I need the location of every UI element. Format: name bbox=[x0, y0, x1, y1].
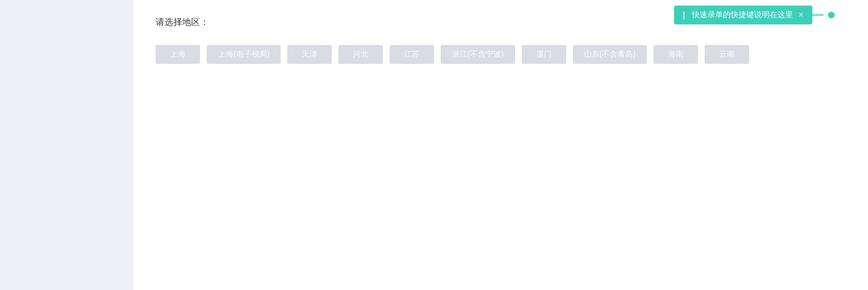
region-button-hebei[interactable]: 河北 bbox=[338, 45, 383, 64]
region-buttons: 上海上海(电子税局)天津河北江苏浙江(不含宁波)厦门山东(不含青岛)海南云南 bbox=[156, 45, 846, 64]
tooltip-container: 快速录单的快捷键说明在这里 × bbox=[674, 6, 835, 24]
tooltip-text: 快速录单的快捷键说明在这里 bbox=[692, 10, 793, 20]
region-button-yunnan[interactable]: 云南 bbox=[705, 45, 749, 64]
region-button-tianjin[interactable]: 天津 bbox=[287, 45, 332, 64]
region-button-shanghai[interactable]: 上海 bbox=[156, 45, 200, 64]
main-content: 请选择地区： 上海上海(电子税局)天津河北江苏浙江(不含宁波)厦门山东(不含青岛… bbox=[133, 0, 868, 290]
region-button-shanghai-etax[interactable]: 上海(电子税局) bbox=[207, 45, 281, 64]
connector-line bbox=[812, 14, 824, 16]
region-button-xiamen[interactable]: 厦门 bbox=[522, 45, 566, 64]
tooltip-close-button[interactable]: × bbox=[799, 10, 804, 20]
region-button-shandong[interactable]: 山东(不含青岛) bbox=[573, 45, 647, 64]
tooltip-dot bbox=[828, 12, 835, 18]
sidebar bbox=[0, 0, 133, 290]
region-button-hainan[interactable]: 海南 bbox=[654, 45, 698, 64]
region-button-zhejiang[interactable]: 浙江(不含宁波) bbox=[441, 45, 515, 64]
tooltip-box: 快速录单的快捷键说明在这里 × bbox=[674, 6, 812, 24]
region-button-jiangsu[interactable]: 江苏 bbox=[390, 45, 434, 64]
